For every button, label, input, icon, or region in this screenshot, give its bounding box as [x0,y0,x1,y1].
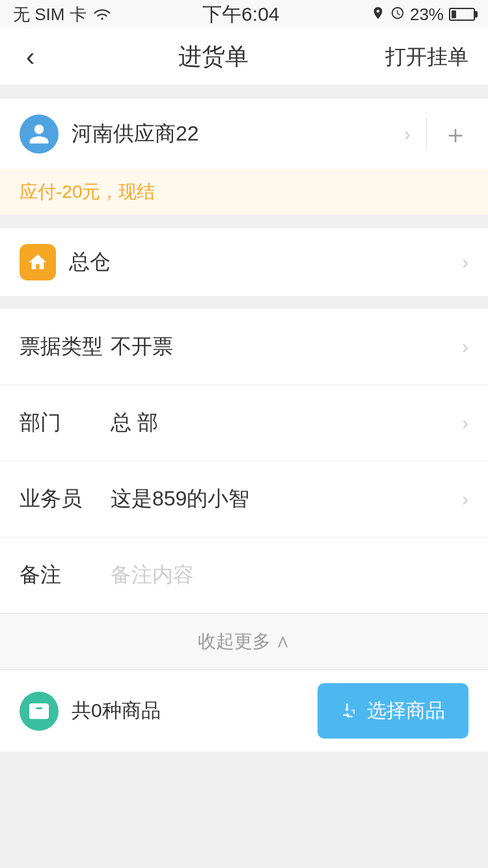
warehouse-row[interactable]: 总仓 › [0,228,488,296]
supplier-row[interactable]: 河南供应商22 › ＋ [0,99,488,169]
dept-label: 部门 [20,409,111,437]
page-title: 进货单 [178,41,249,73]
supplier-section: 河南供应商22 › ＋ 应付-20元，现结 [0,99,488,215]
collapse-button[interactable]: 收起更多 ∧ [0,613,488,670]
status-bar: 无 SIM 卡 下午6:04 23% [0,0,488,29]
select-product-button[interactable]: 选择商品 [318,683,468,739]
product-count: 共0种商品 [72,698,305,724]
form-section: 票据类型 不开票 › 部门 总 部 › 业务员 这是859的小智 › 备注 备注… [0,309,488,613]
page-background [0,752,488,868]
supplier-avatar [20,115,59,154]
open-pending-button[interactable]: 打开挂单 [385,43,468,72]
invoice-type-chevron-icon: › [462,336,468,358]
location-icon [371,5,385,25]
select-product-icon [341,702,359,720]
alarm-icon [390,5,405,25]
remark-label: 备注 [20,561,111,590]
warehouse-name: 总仓 [69,248,462,277]
battery-icon [449,8,475,21]
invoice-type-value: 不开票 [111,332,462,361]
add-supplier-button[interactable]: ＋ [442,116,468,152]
carrier-text: 无 SIM 卡 [13,3,87,26]
status-right: 23% [371,5,475,25]
dept-chevron-icon: › [462,412,468,434]
salesperson-value: 这是859的小智 [111,485,462,513]
select-product-label: 选择商品 [367,698,445,724]
bottom-bar: 共0种商品 选择商品 [0,670,488,752]
divider [426,118,427,150]
section-gap-2 [0,215,488,228]
wifi-icon [93,5,111,25]
salesperson-label: 业务员 [20,485,111,513]
remark-row[interactable]: 备注 备注内容 [0,537,488,613]
invoice-type-row[interactable]: 票据类型 不开票 › [0,309,488,385]
warehouse-chevron-icon: › [462,251,468,273]
back-button[interactable]: ‹ [20,36,41,78]
battery-percent-text: 23% [410,5,444,25]
product-icon [20,692,59,731]
status-carrier: 无 SIM 卡 [13,3,111,26]
salesperson-row[interactable]: 业务员 这是859的小智 › [0,461,488,537]
supplier-actions: › ＋ [404,116,468,152]
collapse-label: 收起更多 ∧ [198,629,291,654]
warehouse-icon [20,244,56,280]
section-gap-1 [0,86,488,99]
notice-banner: 应付-20元，现结 [0,169,488,215]
supplier-name: 河南供应商22 [72,120,404,148]
remark-input[interactable]: 备注内容 [111,561,468,590]
supplier-chevron-icon: › [404,123,411,145]
invoice-type-label: 票据类型 [20,332,111,361]
nav-bar: ‹ 进货单 打开挂单 [0,29,488,86]
status-time: 下午6:04 [202,1,279,28]
dept-value: 总 部 [111,409,462,437]
salesperson-chevron-icon: › [462,488,468,510]
dept-row[interactable]: 部门 总 部 › [0,385,488,461]
